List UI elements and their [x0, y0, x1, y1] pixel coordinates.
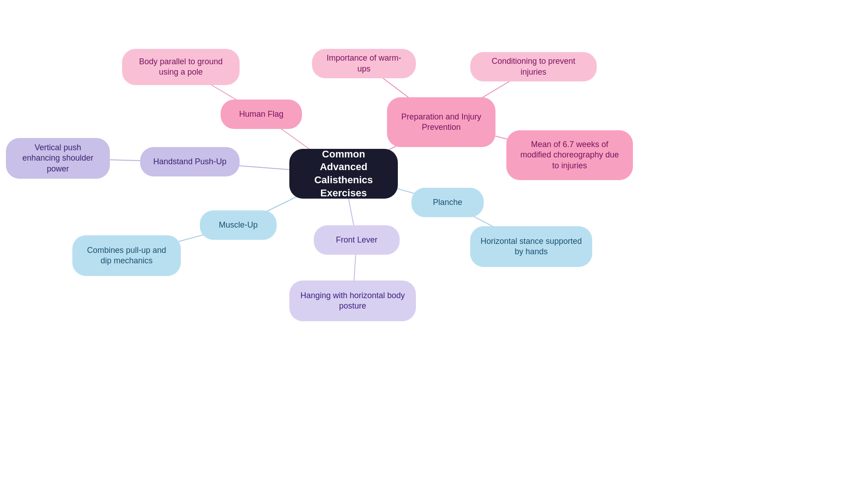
vertical-push-label: Vertical push enhancing shoulder power	[16, 143, 100, 174]
horizontal-node: Horizontal stance supported by hands	[470, 226, 592, 267]
mean-node: Mean of 6.7 weeks of modified choreograp…	[506, 130, 633, 180]
planche-node: Planche	[411, 188, 484, 217]
horizontal-label: Horizontal stance supported by hands	[480, 236, 582, 257]
conditioning-label: Conditioning to prevent injuries	[480, 56, 587, 77]
prep-injury-label: Preparation and Injury Prevention	[397, 112, 486, 133]
importance-label: Importance of warm-ups	[322, 53, 406, 74]
center-node-label: Common Advanced Calisthenics Exercises	[299, 148, 388, 200]
front-lever-label: Front Lever	[336, 235, 377, 245]
front-lever-node: Front Lever	[314, 225, 400, 255]
prep-injury-node: Preparation and Injury Prevention	[387, 97, 495, 147]
hanging-label: Hanging with horizontal body posture	[299, 290, 406, 312]
combines-label: Combines pull-up and dip mechanics	[82, 245, 171, 266]
muscle-up-node: Muscle-Up	[200, 210, 277, 240]
handstand-label: Handstand Push-Up	[153, 157, 226, 167]
body-parallel-label: Body parallel to ground using a pole	[132, 57, 230, 78]
muscle-up-label: Muscle-Up	[219, 220, 258, 230]
center-node: Common Advanced Calisthenics Exercises	[289, 149, 398, 199]
hanging-node: Hanging with horizontal body posture	[289, 281, 416, 321]
handstand-node: Handstand Push-Up	[140, 147, 240, 176]
planche-label: Planche	[433, 197, 462, 208]
vertical-push-node: Vertical push enhancing shoulder power	[6, 138, 110, 179]
body-parallel-node: Body parallel to ground using a pole	[122, 49, 240, 85]
conditioning-node: Conditioning to prevent injuries	[470, 52, 597, 81]
human-flag-node: Human Flag	[221, 100, 302, 129]
mean-label: Mean of 6.7 weeks of modified choreograp…	[516, 139, 623, 171]
combines-node: Combines pull-up and dip mechanics	[72, 235, 181, 276]
importance-node: Importance of warm-ups	[312, 49, 416, 78]
human-flag-label: Human Flag	[239, 109, 283, 119]
